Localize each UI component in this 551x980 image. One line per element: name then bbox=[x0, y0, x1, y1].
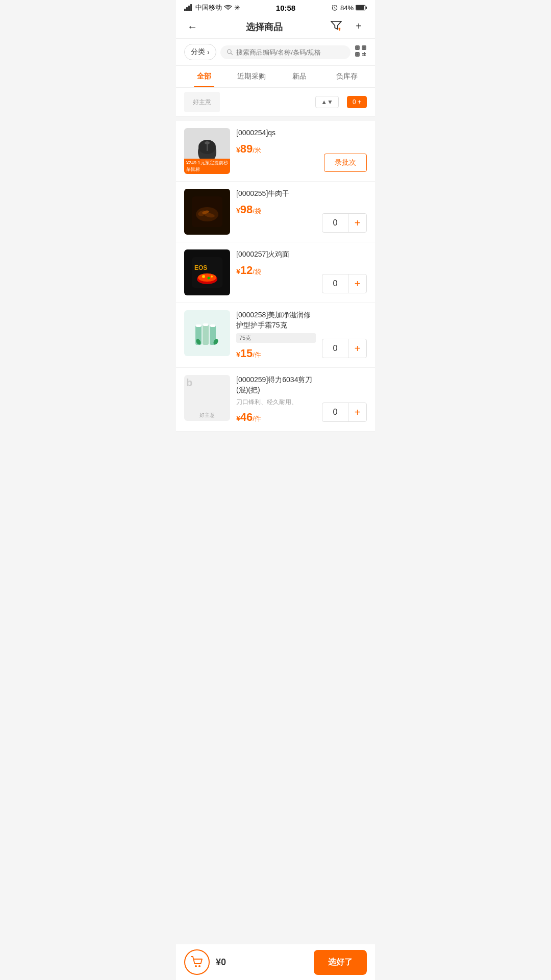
svg-rect-2 bbox=[188, 6, 190, 11]
product-name-0000255: [0000255]牛肉干 bbox=[236, 189, 316, 199]
filter-button[interactable] bbox=[328, 20, 344, 33]
svg-rect-40 bbox=[196, 324, 201, 327]
search-input[interactable] bbox=[236, 48, 344, 56]
product-img-0000259: b 好主意 bbox=[184, 375, 230, 421]
svg-rect-15 bbox=[357, 47, 358, 48]
scan-icon bbox=[355, 45, 367, 57]
sort-button[interactable]: ▲▼ bbox=[315, 96, 339, 108]
svg-rect-16 bbox=[363, 47, 365, 48]
tab-negative[interactable]: 负库存 bbox=[323, 66, 371, 87]
product-img-svg bbox=[189, 315, 225, 351]
svg-rect-38 bbox=[203, 324, 209, 345]
product-info-0000258: [0000258]美加净滋润修护型护手霜75克 75克 ¥15/件 bbox=[236, 310, 316, 360]
product-img-0000257: EOS bbox=[184, 249, 230, 295]
carrier-name: 中国移动 bbox=[195, 3, 222, 12]
scroll-area: 好主意 ▲▼ 0 + ¥249 1元预定提前秒杀鼠标 [0000254]qs bbox=[176, 88, 375, 472]
svg-point-36 bbox=[211, 275, 213, 278]
product-img-svg bbox=[189, 194, 225, 230]
alarm-icon bbox=[331, 4, 338, 11]
status-time: 10:58 bbox=[276, 4, 295, 12]
total-price: ¥0 bbox=[216, 957, 308, 968]
product-info-0000254: [0000254]qs ¥89/米 bbox=[236, 128, 318, 156]
brand-logo: b bbox=[186, 377, 192, 389]
back-button[interactable]: ← bbox=[184, 21, 201, 33]
qty-plus-0000259[interactable]: + bbox=[348, 403, 366, 421]
svg-rect-41 bbox=[203, 323, 208, 326]
product-item-0000258: [0000258]美加净滋润修护型护手霜75克 75克 ¥15/件 0 + bbox=[176, 303, 375, 368]
qty-control-0000257: 0 + bbox=[322, 274, 367, 293]
search-bar-wrapper: 分类 › bbox=[176, 39, 375, 66]
product-price-0000259: ¥46/件 bbox=[236, 411, 316, 424]
bottom-bar: ¥0 选好了 bbox=[176, 944, 375, 980]
product-img-0000255 bbox=[184, 189, 230, 235]
tab-new[interactable]: 新品 bbox=[276, 66, 323, 87]
product-name-0000257: [0000257]火鸡面 bbox=[236, 249, 316, 260]
tabs-wrapper: 全部 近期采购 新品 负库存 bbox=[176, 66, 375, 88]
product-price-0000254: ¥89/米 bbox=[236, 142, 318, 156]
svg-point-33 bbox=[198, 273, 216, 282]
qty-plus-0000258[interactable]: + bbox=[348, 339, 366, 358]
svg-rect-17 bbox=[357, 54, 358, 55]
status-carrier: 中国移动 ✳ bbox=[184, 3, 240, 12]
product-badge: ¥249 1元预定提前秒杀鼠标 bbox=[184, 159, 230, 174]
tab-all[interactable]: 全部 bbox=[180, 66, 228, 87]
svg-rect-6 bbox=[356, 6, 364, 10]
confirm-button[interactable]: 选好了 bbox=[314, 950, 367, 975]
svg-rect-1 bbox=[186, 7, 188, 11]
tab-recent[interactable]: 近期采购 bbox=[228, 66, 276, 87]
svg-rect-7 bbox=[366, 7, 367, 9]
battery-percent: 84% bbox=[340, 4, 354, 12]
partial-action-btn[interactable]: 0 + bbox=[347, 96, 367, 108]
svg-point-10 bbox=[227, 49, 231, 54]
svg-point-24 bbox=[205, 141, 210, 144]
add-button[interactable]: + bbox=[350, 20, 367, 33]
product-price-0000258: ¥15/件 bbox=[236, 347, 316, 360]
filter-icon bbox=[331, 20, 342, 31]
status-right: 84% bbox=[331, 4, 367, 12]
svg-text:EOS: EOS bbox=[194, 264, 207, 271]
partial-item: 好主意 ▲▼ 0 + bbox=[176, 88, 375, 117]
qty-display-0000258: 0 bbox=[322, 341, 348, 356]
partial-product-img: 好主意 bbox=[184, 92, 220, 112]
product-item-0000254: ¥249 1元预定提前秒杀鼠标 [0000254]qs ¥89/米 录批次 bbox=[176, 121, 375, 182]
product-img-0000258 bbox=[184, 310, 230, 356]
header: ← 选择商品 + bbox=[176, 15, 375, 39]
svg-line-11 bbox=[231, 53, 233, 55]
product-price-0000257: ¥12/袋 bbox=[236, 264, 316, 277]
product-list: ¥249 1元预定提前秒杀鼠标 [0000254]qs ¥89/米 录批次 bbox=[176, 121, 375, 432]
search-input-wrap bbox=[220, 45, 350, 59]
qty-plus-0000255[interactable]: + bbox=[348, 214, 366, 232]
category-button[interactable]: 分类 › bbox=[184, 44, 216, 60]
brand-name: 好主意 bbox=[184, 412, 230, 419]
cart-icon bbox=[190, 956, 204, 969]
qty-control-0000255: 0 + bbox=[322, 213, 367, 233]
product-item-0000259: b 好主意 [0000259]得力6034剪刀(混)(把) 刀口锋利、经久耐用、… bbox=[176, 368, 375, 432]
lv-batch-button-0000254[interactable]: 录批次 bbox=[324, 154, 367, 172]
product-desc-0000259: 刀口锋利、经久耐用、 bbox=[236, 398, 316, 407]
product-info-0000257: [0000257]火鸡面 ¥12/袋 bbox=[236, 249, 316, 277]
svg-point-35 bbox=[208, 277, 210, 280]
qty-display-0000255: 0 bbox=[322, 215, 348, 231]
cart-button[interactable] bbox=[184, 949, 210, 975]
svg-rect-42 bbox=[210, 324, 215, 327]
product-action-0000255: 0 + bbox=[322, 213, 367, 233]
page-title: 选择商品 bbox=[201, 21, 328, 33]
qty-display-0000257: 0 bbox=[322, 276, 348, 291]
svg-point-46 bbox=[198, 965, 201, 967]
product-name-0000259: [0000259]得力6034剪刀(混)(把) bbox=[236, 375, 316, 395]
svg-rect-3 bbox=[190, 4, 192, 11]
svg-rect-0 bbox=[184, 9, 186, 11]
header-actions: + bbox=[328, 20, 367, 33]
signal-icon bbox=[184, 4, 193, 11]
svg-point-45 bbox=[195, 965, 197, 967]
qty-plus-0000257[interactable]: + bbox=[348, 274, 366, 293]
scan-button[interactable] bbox=[355, 45, 367, 60]
product-item-0000257: EOS [0000257]火鸡面 ¥12/袋 0 + bbox=[176, 242, 375, 303]
product-action-0000257: 0 + bbox=[322, 274, 367, 293]
product-info-0000255: [0000255]牛肉干 ¥98/袋 bbox=[236, 189, 316, 216]
qty-control-0000258: 0 + bbox=[322, 339, 367, 358]
product-name-0000254: [0000254]qs bbox=[236, 128, 318, 138]
category-label: 分类 bbox=[191, 47, 205, 57]
product-item-0000255: [0000255]牛肉干 ¥98/袋 0 + bbox=[176, 182, 375, 242]
signal-extra: ✳ bbox=[234, 4, 240, 12]
